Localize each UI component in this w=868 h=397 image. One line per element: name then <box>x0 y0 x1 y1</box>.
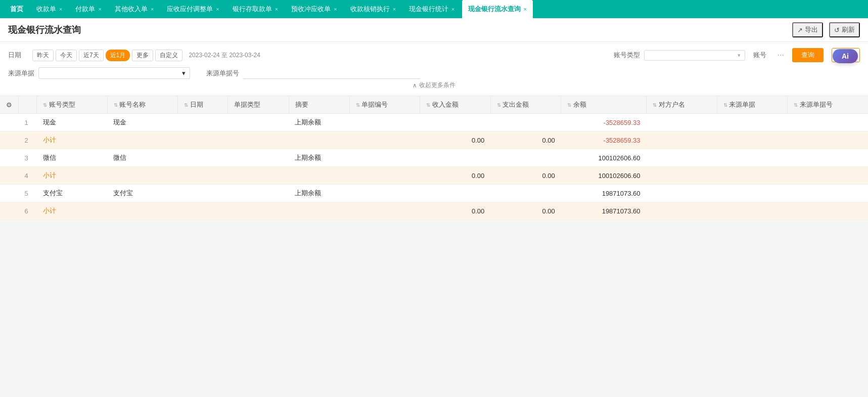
date-option-更多[interactable]: 更多 <box>132 50 153 61</box>
nav-home[interactable]: 首页 <box>4 0 29 18</box>
date-range-display: 2023-02-24 至 2023-03-24 <box>189 51 260 60</box>
nav-tab-收款单[interactable]: 收款单× <box>30 0 68 18</box>
cell-date <box>178 131 228 149</box>
cell-counterparty <box>647 167 717 185</box>
cell-source-doc-no <box>788 149 868 167</box>
date-option-近7天[interactable]: 近7天 <box>79 50 104 61</box>
close-icon[interactable]: × <box>334 6 337 12</box>
nav-tab-其他收入单[interactable]: 其他收入单× <box>109 0 160 18</box>
cell-balance: 100102606.60 <box>561 149 647 167</box>
col-header-summary: 摘要 <box>289 96 349 114</box>
cell-income: 0.00 <box>420 202 491 220</box>
date-option-昨天[interactable]: 昨天 <box>32 50 54 61</box>
account-type-select[interactable]: ▾ <box>644 50 745 61</box>
cell-date <box>178 185 228 202</box>
cell-doc-no <box>349 185 420 202</box>
data-table: ⚙⇅ 账号类型⇅ 账号名称⇅ 日期单据类型摘要⇅ 单据编号⇅ 收入金额⇅ 支出金… <box>0 96 868 220</box>
cell-counterparty <box>647 114 717 131</box>
filter-row-2: 来源单据 ▾ 来源单据号 <box>8 67 860 79</box>
filter-area: 日期 昨天今天近7天近1月更多自定义 2023-02-24 至 2023-03-… <box>0 42 868 96</box>
table-container: ⚙⇅ 账号类型⇅ 账号名称⇅ 日期单据类型摘要⇅ 单据编号⇅ 收入金额⇅ 支出金… <box>0 96 868 220</box>
col-header-date[interactable]: ⇅ 日期 <box>178 96 228 114</box>
cell-source-doc-no <box>788 114 868 131</box>
close-icon[interactable]: × <box>98 6 101 12</box>
collapse-bar[interactable]: ∧ 收起更多条件 <box>8 79 860 90</box>
date-filter-group: 日期 昨天今天近7天近1月更多自定义 2023-02-24 至 2023-03-… <box>8 50 260 61</box>
col-header-counterparty[interactable]: ⇅ 对方户名 <box>647 96 717 114</box>
export-button[interactable]: ↗ 导出 <box>792 22 823 37</box>
cell-doc-type <box>227 167 289 185</box>
col-header-balance[interactable]: ⇅ 余额 <box>561 96 647 114</box>
sort-icon: ⇅ <box>723 102 727 108</box>
col-header-account_name[interactable]: ⇅ 账号名称 <box>107 96 178 114</box>
nav-tab-现金银行统计[interactable]: 现金银行统计× <box>403 0 461 18</box>
page-title: 现金银行流水查询 <box>8 24 81 36</box>
account-type-group: 账号类型 ▾ <box>614 50 745 61</box>
refresh-icon: ↺ <box>834 26 840 34</box>
row-settings <box>0 114 19 131</box>
cell-income <box>420 149 491 167</box>
nav-tab-预收冲应收单[interactable]: 预收冲应收单× <box>285 0 343 18</box>
cell-account-type: 现金 <box>37 114 108 131</box>
table-row: 3微信微信上期余额100102606.60 <box>0 149 868 167</box>
col-header-income[interactable]: ⇅ 收入金额 <box>420 96 491 114</box>
table-row: 1现金现金上期余额-3528659.33 <box>0 114 868 131</box>
row-number: 4 <box>19 167 37 185</box>
cell-doc-no <box>349 131 420 149</box>
close-icon[interactable]: × <box>393 6 396 12</box>
col-header-source_doc_no[interactable]: ⇅ 来源单据号 <box>788 96 868 114</box>
cell-account-type: 小计 <box>37 167 108 185</box>
table-header: ⚙⇅ 账号类型⇅ 账号名称⇅ 日期单据类型摘要⇅ 单据编号⇅ 收入金额⇅ 支出金… <box>0 96 868 114</box>
col-header-doc_no[interactable]: ⇅ 单据编号 <box>349 96 420 114</box>
col-header-source_doc[interactable]: ⇅ 来源单据 <box>717 96 788 114</box>
date-option-自定义[interactable]: 自定义 <box>155 50 182 61</box>
date-option-近1月[interactable]: 近1月 <box>106 50 130 61</box>
close-icon[interactable]: × <box>151 6 154 12</box>
cell-doc-type <box>227 185 289 202</box>
row-number: 5 <box>19 185 37 202</box>
col-header-expense[interactable]: ⇅ 支出金额 <box>490 96 561 114</box>
date-option-今天[interactable]: 今天 <box>56 50 77 61</box>
cell-summary: 上期余额 <box>289 114 349 131</box>
col-header-account_type[interactable]: ⇅ 账号类型 <box>37 96 108 114</box>
cell-doc-no <box>349 202 420 220</box>
cell-income <box>420 114 491 131</box>
cell-date <box>178 114 228 131</box>
refresh-button[interactable]: ↺ 刷新 <box>829 22 860 37</box>
cell-account-type: 小计 <box>37 131 108 149</box>
source-doc-no-label: 来源单据号 <box>206 69 239 78</box>
settings-icon[interactable]: ⚙ <box>6 101 12 109</box>
source-doc-select[interactable]: ▾ <box>38 67 190 79</box>
source-doc-no-group: 来源单据号 <box>206 68 420 79</box>
header-actions: ↗ 导出 ↺ 刷新 <box>792 22 860 37</box>
nav-tab-应收应付调整单[interactable]: 应收应付调整单× <box>161 0 225 18</box>
close-icon[interactable]: × <box>524 6 527 12</box>
cell-account-type: 小计 <box>37 202 108 220</box>
nav-tab-付款单[interactable]: 付款单× <box>69 0 107 18</box>
cell-balance: -3528659.33 <box>561 131 647 149</box>
row-number: 3 <box>19 149 37 167</box>
close-icon[interactable]: × <box>216 6 219 12</box>
close-icon[interactable]: × <box>451 6 454 12</box>
cell-source-doc <box>717 131 788 149</box>
ai-badge[interactable]: Ai <box>833 49 858 63</box>
account-type-label: 账号类型 <box>614 51 640 60</box>
nav-tab-现金银行流水查询[interactable]: 现金银行流水查询× <box>462 0 533 18</box>
close-icon[interactable]: × <box>59 6 62 12</box>
export-icon: ↗ <box>797 26 803 34</box>
cell-doc-no <box>349 149 420 167</box>
close-icon[interactable]: × <box>275 6 278 12</box>
source-doc-no-input[interactable] <box>243 68 420 79</box>
cell-account-type: 支付宝 <box>37 185 108 202</box>
row-number: 6 <box>19 202 37 220</box>
col-header-doc_type: 单据类型 <box>227 96 289 114</box>
cell-counterparty <box>647 131 717 149</box>
nav-tab-银行存取款单[interactable]: 银行存取款单× <box>226 0 284 18</box>
account-dots[interactable]: ··· <box>778 51 784 60</box>
cell-balance: 19871073.60 <box>561 202 647 220</box>
nav-tab-收款核销执行[interactable]: 收款核销执行× <box>344 0 402 18</box>
cell-date <box>178 202 228 220</box>
sort-icon: ⇅ <box>43 102 47 108</box>
query-button[interactable]: 查询 <box>792 48 824 62</box>
sort-icon: ⇅ <box>184 102 188 108</box>
